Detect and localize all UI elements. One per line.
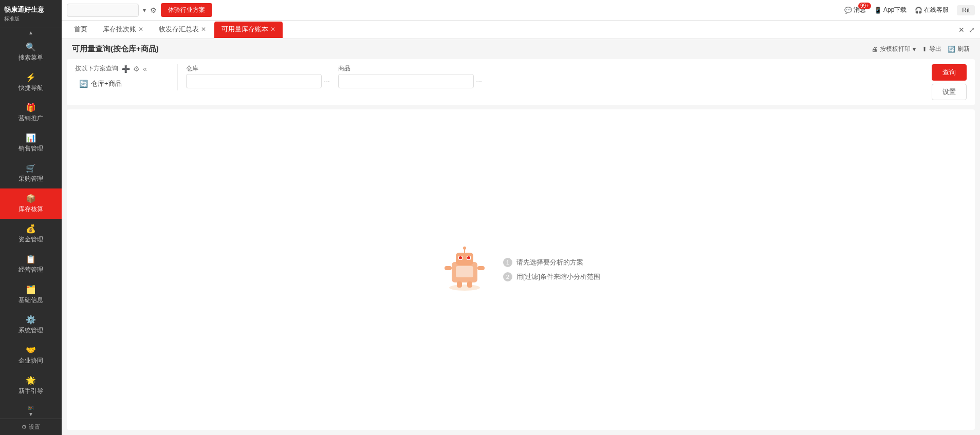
tip-text-1: 请先选择要分析的方案	[516, 258, 583, 267]
filter-field-goods: 商品 ···	[338, 64, 482, 88]
sidebar-icon-marketing: 🎁	[26, 103, 36, 112]
tab-close-all-btn[interactable]: ✕	[958, 26, 965, 34]
sidebar-icon-basicinfo: 🗂️	[26, 285, 36, 294]
scheme-header: 按以下方案查询 ➕ ⚙ «	[75, 64, 169, 73]
tab-home[interactable]: 首页	[67, 22, 95, 38]
sidebar: 畅康通好生意 标准版 ▲ 🔍搜索菜单⚡快捷导航🎁营销推广📊销售管理🛒采购管理📦库…	[0, 0, 62, 435]
scheme-item-icon: 🔄	[79, 80, 88, 88]
sidebar-scroll-up[interactable]: ▲	[0, 28, 62, 37]
sidebar-item-basicinfo[interactable]: 🗂️基础信息	[0, 279, 62, 310]
tab-close-inventory-batch[interactable]: ✕	[138, 26, 143, 33]
tab-close-available-qty[interactable]: ✕	[270, 26, 275, 33]
sidebar-icon-system: ⚙️	[26, 315, 36, 325]
tab-collect-summary[interactable]: 收发存汇总表✕	[152, 22, 213, 38]
sidebar-label-corp: 企业协同	[19, 356, 43, 365]
sidebar-item-finance[interactable]: 💰资金管理	[0, 219, 62, 249]
warehouse-field-label: 仓库	[186, 64, 330, 73]
query-panel: 按以下方案查询 ➕ ⚙ « 🔄 仓库+商品 仓库 ···	[67, 59, 975, 105]
sidebar-icon-newguide: 🌟	[26, 375, 36, 385]
content-area: 可用量查询(按仓库+商品) 🖨 按模板打印 ▾ ⬆ 导出 🔄 刷新	[62, 39, 980, 435]
topbar-service-btn[interactable]: 🎧 在线客服	[915, 6, 949, 14]
scheme-collapse-btn[interactable]: «	[143, 65, 147, 73]
sidebar-icon-sales: 📊	[26, 133, 36, 143]
scheme-item-warehouse-goods[interactable]: 🔄 仓库+商品	[75, 77, 169, 90]
sidebar-item-inventory[interactable]: 📦库存核算	[0, 188, 62, 219]
warehouse-more-btn[interactable]: ···	[324, 77, 330, 85]
print-dropdown-icon: ▾	[913, 46, 916, 53]
settings-btn[interactable]: 设置	[932, 84, 967, 100]
sidebar-items: 🔍搜索菜单⚡快捷导航🎁营销推广📊销售管理🛒采购管理📦库存核算💰资金管理📋经营管理…	[0, 37, 62, 410]
empty-robot-illustration	[441, 247, 488, 293]
svg-rect-11	[457, 281, 462, 288]
export-btn[interactable]: ⬆ 导出	[922, 45, 941, 53]
tip-text-2: 用[过滤]条件来缩小分析范围	[516, 272, 600, 281]
main-area: ▾ ⚙ 体验行业方案 💬 消息 99+ 📱 App下载 🎧 在线客服 Rit 首…	[62, 0, 980, 435]
topbar-gear-btn[interactable]: ⚙	[150, 6, 157, 14]
goods-input-row: ···	[338, 74, 482, 88]
sidebar-item-search[interactable]: 🔍搜索菜单	[0, 37, 62, 67]
tab-expand-btn[interactable]: ⤢	[969, 26, 975, 34]
sidebar-label-finance: 资金管理	[19, 235, 43, 244]
filter-fields: 仓库 ··· 商品 ···	[186, 64, 923, 88]
sidebar-item-system[interactable]: ⚙️系统管理	[0, 310, 62, 340]
topbar-user-btn[interactable]: Rit	[957, 5, 975, 15]
service-icon: 🎧	[915, 7, 922, 14]
topbar-app-btn[interactable]: 📱 App下载	[874, 6, 907, 14]
query-btn[interactable]: 查询	[932, 64, 967, 81]
sidebar-settings[interactable]: ⚙ 设置	[0, 419, 62, 435]
page-title: 可用量查询(按仓库+商品)	[72, 44, 159, 54]
sidebar-label-search: 搜索菜单	[19, 53, 43, 62]
sidebar-icon-inventory: 📦	[26, 194, 36, 203]
sidebar-scroll-down[interactable]: ▼	[0, 410, 62, 419]
query-buttons: 查询 设置	[932, 64, 967, 100]
sidebar-item-sales[interactable]: 📊销售管理	[0, 128, 62, 158]
sidebar-item-operations[interactable]: 📋经营管理	[0, 249, 62, 279]
topbar-message-btn[interactable]: 💬 消息 99+	[844, 6, 866, 14]
warehouse-input[interactable]	[186, 74, 322, 88]
message-icon: 💬	[844, 7, 852, 14]
sidebar-label-inventory: 库存核算	[19, 205, 43, 214]
empty-state: 1请先选择要分析的方案2用[过滤]条件来缩小分析范围	[67, 109, 975, 430]
topbar-search-input[interactable]	[67, 4, 139, 17]
goods-input[interactable]	[338, 74, 474, 88]
sidebar-item-appcenter[interactable]: 📱应用中心	[0, 401, 62, 410]
sidebar-item-newguide[interactable]: 🌟新手引导	[0, 370, 62, 401]
sidebar-label-quicknav: 快捷导航	[19, 84, 43, 92]
topbar-dropdown-btn[interactable]: ▾	[143, 7, 146, 14]
sidebar-item-marketing[interactable]: 🎁营销推广	[0, 98, 62, 128]
sidebar-icon-corp: 🤝	[26, 345, 36, 355]
sidebar-item-quicknav[interactable]: ⚡快捷导航	[0, 67, 62, 98]
app-label: App下载	[883, 6, 907, 14]
sidebar-icon-search: 🔍	[26, 42, 36, 52]
refresh-label: 刷新	[957, 45, 970, 53]
svg-point-6	[467, 256, 470, 259]
svg-rect-12	[467, 281, 472, 288]
topbar-right: 💬 消息 99+ 📱 App下载 🎧 在线客服 Rit	[844, 5, 975, 15]
service-label: 在线客服	[924, 6, 949, 14]
tab-inventory-batch[interactable]: 库存批次账✕	[96, 22, 151, 38]
export-icon: ⬆	[922, 46, 927, 53]
svg-point-8	[463, 247, 466, 250]
sidebar-label-operations: 经营管理	[19, 266, 43, 274]
sidebar-icon-operations: 📋	[26, 254, 36, 264]
tabs-bar: 首页库存批次账✕收发存汇总表✕可用量库存账本✕ ✕ ⤢	[62, 21, 980, 39]
sidebar-item-corp[interactable]: 🤝企业协同	[0, 340, 62, 370]
svg-rect-10	[477, 266, 485, 270]
topbar-trial-btn[interactable]: 体验行业方案	[161, 3, 212, 17]
refresh-btn[interactable]: 🔄 刷新	[948, 45, 970, 53]
message-badge: 99+	[858, 3, 871, 9]
empty-tips: 1请先选择要分析的方案2用[过滤]条件来缩小分析范围	[503, 258, 600, 281]
print-icon: 🖨	[872, 46, 878, 53]
tab-close-collect-summary[interactable]: ✕	[201, 26, 206, 33]
sidebar-label-basicinfo: 基础信息	[19, 296, 43, 305]
scheme-add-btn[interactable]: ➕	[121, 65, 130, 73]
tab-available-qty[interactable]: 可用量库存账本✕	[214, 22, 283, 38]
topbar: ▾ ⚙ 体验行业方案 💬 消息 99+ 📱 App下载 🎧 在线客服 Rit	[62, 0, 980, 21]
scheme-settings-btn[interactable]: ⚙	[133, 65, 140, 73]
sidebar-logo: 畅康通好生意 标准版	[0, 0, 62, 28]
sidebar-item-purchase[interactable]: 🛒采购管理	[0, 158, 62, 188]
sidebar-label-marketing: 营销推广	[19, 114, 43, 123]
goods-field-label: 商品	[338, 64, 482, 73]
print-template-btn[interactable]: 🖨 按模板打印 ▾	[872, 45, 916, 53]
goods-more-btn[interactable]: ···	[476, 77, 482, 85]
